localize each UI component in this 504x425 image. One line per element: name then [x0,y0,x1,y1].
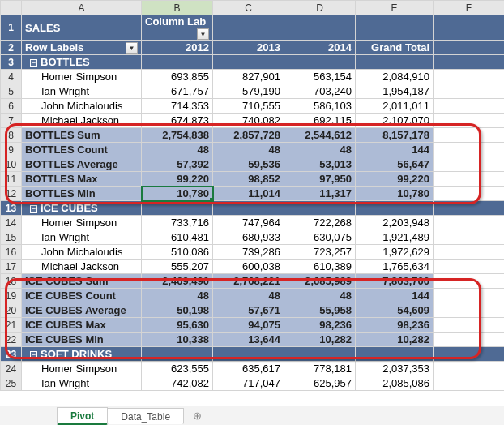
column-headers[interactable]: A B C D E F [1,1,505,15]
cell[interactable]: 11,014 [213,187,284,201]
cell[interactable]: 54,609 [356,303,434,318]
cell[interactable]: 692,115 [284,114,356,128]
add-sheet-button[interactable]: ⊕ [188,409,206,423]
row-6[interactable]: 6John Michaloudis714,353710,555586,1032,… [1,99,505,114]
pivot-title[interactable]: SALES [22,15,142,41]
year-header[interactable]: 2012 [142,41,213,55]
subtotal-label[interactable]: ICE CUBES Min [22,333,142,347]
cell[interactable]: 680,933 [213,230,284,245]
sheet-tabs[interactable]: Pivot Data_Table ⊕ [0,406,504,425]
year-header[interactable]: 2013 [213,41,284,55]
member-label[interactable]: Ian Wright [22,376,142,391]
cell[interactable]: 2,754,838 [142,128,213,143]
row-7[interactable]: 7Michael Jackson674,873740,082692,1152,1… [1,114,505,128]
row-header[interactable]: 11 [1,172,22,187]
subtotal-label[interactable]: BOTTLES Count [22,143,142,157]
collapse-icon[interactable]: − [30,205,37,212]
cell[interactable]: 57,392 [142,157,213,172]
cell[interactable]: 48 [213,289,284,303]
cell[interactable]: 7,863,700 [356,274,434,289]
cell[interactable]: 778,181 [284,362,356,376]
row-12[interactable]: 12BOTTLES Min10,78011,01411,31710,780 [1,187,505,201]
cell[interactable]: 2,768,221 [213,274,284,289]
cell[interactable]: 94,075 [213,318,284,333]
row-header[interactable]: 19 [1,289,22,303]
row-8[interactable]: 8BOTTLES Sum2,754,8382,857,7282,544,6128… [1,128,505,143]
cell[interactable]: 95,630 [142,318,213,333]
collapse-icon[interactable]: − [30,351,37,358]
cell[interactable]: 13,644 [213,333,284,347]
row-25[interactable]: 25Ian Wright742,082717,047625,9572,085,0… [1,376,505,391]
row-11[interactable]: 11BOTTLES Max99,22098,85297,95099,220 [1,172,505,187]
member-label[interactable]: Michael Jackson [22,114,142,128]
row-13[interactable]: 13 −ICE CUBES [1,201,505,216]
row-header[interactable]: 4 [1,70,22,84]
column-labels-cell[interactable]: Column Lab ▼ [142,15,213,41]
tab-pivot[interactable]: Pivot [57,407,108,425]
cell[interactable]: 2,544,612 [284,128,356,143]
cell[interactable]: 674,873 [142,114,213,128]
cell[interactable]: 99,220 [142,172,213,187]
cell[interactable]: 710,555 [213,99,284,114]
cell[interactable]: 742,082 [142,376,213,391]
row-header[interactable]: 8 [1,128,22,143]
row-header[interactable]: 7 [1,114,22,128]
subtotal-label[interactable]: BOTTLES Min [22,187,142,201]
member-label[interactable]: Homer Simpson [22,216,142,230]
row-header[interactable]: 17 [1,260,22,274]
cell[interactable]: 55,958 [284,303,356,318]
subtotal-label[interactable]: ICE CUBES Count [22,289,142,303]
cell[interactable]: 2,857,728 [213,128,284,143]
select-all-corner[interactable] [1,1,22,15]
member-label[interactable]: John Michaloudis [22,245,142,260]
row-16[interactable]: 16John Michaloudis510,086739,286723,2571… [1,245,505,260]
subtotal-label[interactable]: BOTTLES Sum [22,128,142,143]
cell[interactable]: 733,716 [142,216,213,230]
cell[interactable]: 56,647 [356,157,434,172]
cell[interactable]: 722,268 [284,216,356,230]
cell[interactable]: 98,852 [213,172,284,187]
row-14[interactable]: 14Homer Simpson733,716747,964722,2682,20… [1,216,505,230]
cell[interactable]: 1,954,187 [356,84,434,99]
subtotal-label[interactable]: ICE CUBES Max [22,318,142,333]
col-header-C[interactable]: C [213,1,284,15]
subtotal-label[interactable]: ICE CUBES Average [22,303,142,318]
row-header[interactable]: 22 [1,333,22,347]
row-header[interactable]: 1 [1,15,22,41]
cell[interactable]: 10,780 [356,187,434,201]
row-header[interactable]: 9 [1,143,22,157]
row-header[interactable]: 5 [1,84,22,99]
cell[interactable]: 48 [284,143,356,157]
cell[interactable]: 714,353 [142,99,213,114]
cell[interactable]: 510,086 [142,245,213,260]
subtotal-label[interactable]: ICE CUBES Sum [22,274,142,289]
cell[interactable]: 10,282 [284,333,356,347]
row-1[interactable]: 1 SALES Column Lab ▼ [1,15,505,41]
cell[interactable]: 10,338 [142,333,213,347]
column-labels-dropdown[interactable]: ▼ [197,28,209,40]
cell[interactable]: 57,671 [213,303,284,318]
cell[interactable]: 53,013 [284,157,356,172]
cell[interactable]: 1,972,629 [356,245,434,260]
cell[interactable]: 48 [142,143,213,157]
row-header[interactable]: 13 [1,201,22,216]
cell[interactable]: 747,964 [213,216,284,230]
row-15[interactable]: 15Ian Wright610,481680,933630,0751,921,4… [1,230,505,245]
col-header-B[interactable]: B [142,1,213,15]
row-3[interactable]: 3 −BOTTLES [1,55,505,70]
subtotal-label[interactable]: BOTTLES Max [22,172,142,187]
cell[interactable]: 2,685,989 [284,274,356,289]
row-17[interactable]: 17Michael Jackson555,207600,038610,3891,… [1,260,505,274]
row-10[interactable]: 10BOTTLES Average57,39259,53653,01356,64… [1,157,505,172]
year-header[interactable]: 2014 [284,41,356,55]
member-label[interactable]: John Michaloudis [22,99,142,114]
row-header[interactable]: 24 [1,362,22,376]
row-header[interactable]: 23 [1,347,22,362]
cell[interactable]: 2,011,011 [356,99,434,114]
cell[interactable]: 2,085,086 [356,376,434,391]
cell[interactable]: 610,481 [142,230,213,245]
row-labels-cell[interactable]: Row Labels ▼ [22,41,142,55]
row-22[interactable]: 22ICE CUBES Min10,33813,64410,28210,282 [1,333,505,347]
tab-data-table[interactable]: Data_Table [107,408,184,424]
cell[interactable]: 48 [213,143,284,157]
